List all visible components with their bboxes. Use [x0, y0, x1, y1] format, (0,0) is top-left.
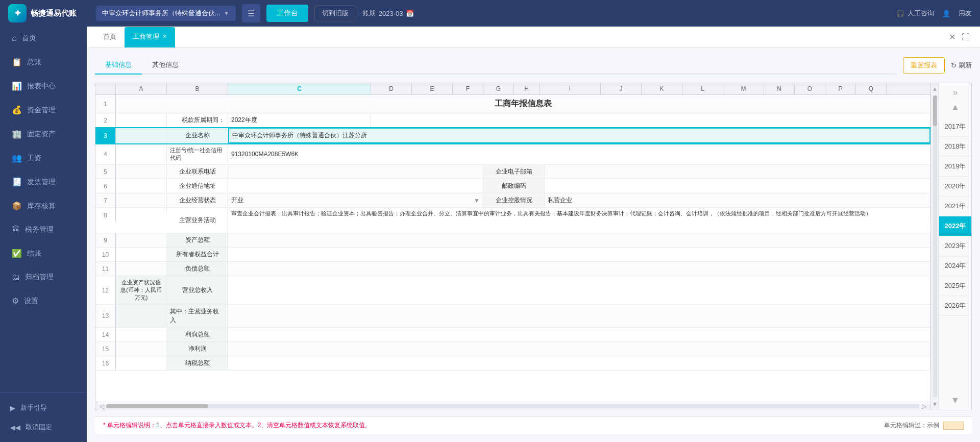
- cell-10-c[interactable]: [228, 248, 930, 261]
- sidebar-item-salary[interactable]: 👥 工资: [0, 146, 87, 170]
- company-name: 中审众环会计师事务所（特殊普通合伙...: [102, 9, 220, 18]
- closing-icon: ✅: [12, 249, 22, 258]
- col-headers: A B C D E F G H I J K L M N O: [95, 83, 930, 95]
- footer-sample-box: [943, 422, 964, 430]
- sidebar-item-tax[interactable]: 🏛 税务管理: [0, 218, 87, 241]
- service-label: 人工咨询: [908, 9, 934, 18]
- tab-biz[interactable]: 工商管理 ✕: [125, 27, 175, 47]
- cell-5-c[interactable]: [228, 165, 483, 179]
- cell-8-b: 主营业务活动: [167, 208, 228, 233]
- cell-4-b: 注册号/统一社会信用代码: [167, 144, 228, 164]
- sidebar-item-ledger[interactable]: 📋 总账: [0, 50, 87, 74]
- year-up-icon[interactable]: ▲: [949, 100, 962, 115]
- cell-12-c[interactable]: [228, 276, 930, 304]
- cell-7-k[interactable]: 私营企业: [545, 193, 930, 207]
- year-item-2020[interactable]: 2020年: [939, 177, 971, 197]
- company-selector[interactable]: 中审众环会计师事务所（特殊普通合伙... ▼: [96, 6, 236, 21]
- period-display: 账期 2023-03 📅: [362, 9, 414, 18]
- year-item-2019[interactable]: 2019年: [939, 157, 971, 177]
- sub-tab-basic[interactable]: 基础信息: [95, 56, 142, 75]
- sidebar-item-invoice[interactable]: 🧾 发票管理: [0, 170, 87, 194]
- year-item-2025[interactable]: 2025年: [939, 276, 971, 296]
- cell-6-c[interactable]: [228, 179, 483, 193]
- sidebar-item-settings[interactable]: ⚙ 设置: [0, 289, 87, 313]
- cell-3-c[interactable]: 中审众环会计师事务所（特殊普通合伙）江苏分所: [228, 128, 930, 143]
- cell-12-a: 企业资产状况信息(币种：人民币万元): [116, 276, 167, 304]
- status-value: 开业: [231, 196, 243, 205]
- cell-8-a: [116, 208, 167, 213]
- sidebar-item-home[interactable]: ⌂ 首页: [0, 27, 87, 50]
- scroll-left-icon[interactable]: ◁: [97, 403, 106, 410]
- report-icon: 📊: [12, 81, 22, 91]
- year-panel-arrows: » ▲: [949, 83, 962, 117]
- cell-2-c[interactable]: 2022年度: [228, 113, 371, 127]
- cell-7-a: [116, 193, 167, 207]
- new-guide-button[interactable]: ▶ 新手引导: [0, 398, 87, 418]
- cell-9-c[interactable]: [228, 233, 930, 247]
- cell-5-k[interactable]: [545, 165, 930, 179]
- year-item-2023[interactable]: 2023年: [939, 236, 971, 256]
- year-item-2024[interactable]: 2024年: [939, 256, 971, 276]
- home-icon: ⌂: [12, 34, 17, 43]
- sidebar-item-archive[interactable]: 🗂 归档管理: [0, 265, 87, 289]
- collapse-icon[interactable]: »: [950, 85, 960, 100]
- cell-16-c[interactable]: [228, 356, 930, 370]
- table-row: 4 注册号/统一社会信用代码 91320100MA208E5W6K: [95, 144, 930, 165]
- cell-11-c[interactable]: [228, 262, 930, 276]
- cell-10-b: 所有者权益合计: [167, 248, 228, 261]
- expand-icon[interactable]: ⛶: [960, 33, 972, 42]
- year-item-2022[interactable]: 2022年: [939, 216, 971, 236]
- sidebar-item-report[interactable]: 📊 报表中心: [0, 74, 87, 98]
- col-header-q: Q: [856, 83, 887, 94]
- service-button[interactable]: 🎧 人工咨询: [896, 9, 934, 18]
- sidebar-item-closing[interactable]: ✅ 结账: [0, 241, 87, 265]
- cell-4-c[interactable]: 91320100MA208E5W6K: [228, 144, 930, 164]
- scroll-right-icon[interactable]: ▷: [920, 403, 928, 410]
- col-header-i: I: [540, 83, 601, 94]
- sheet-body[interactable]: 1 工商年报信息表 2 税款所属期间： 2022年度: [95, 95, 930, 402]
- dropdown-arrow-icon[interactable]: ▼: [474, 197, 480, 204]
- year-item-2017[interactable]: 2017年: [939, 117, 971, 137]
- sidebar-item-label: 税务管理: [25, 225, 54, 234]
- calendar-icon[interactable]: 📅: [406, 10, 414, 17]
- vscroll-thumb[interactable]: [933, 95, 937, 126]
- cell-13-c[interactable]: [228, 305, 930, 327]
- close-icon[interactable]: ✕: [162, 33, 167, 40]
- year-item-2026[interactable]: 2026年: [939, 296, 971, 316]
- close-panel-icon[interactable]: ✕: [945, 32, 960, 42]
- cell-15-c[interactable]: [228, 342, 930, 356]
- sidebar-item-finance[interactable]: 💰 资金管理: [0, 98, 87, 122]
- company-icon-btn[interactable]: ☰: [242, 4, 260, 22]
- sub-tab-other[interactable]: 其他信息: [142, 56, 189, 75]
- old-version-button[interactable]: 切到旧版: [314, 5, 356, 21]
- top-right: 🎧 人工咨询 👤 用友: [896, 9, 972, 18]
- row-num-3: 3: [95, 128, 116, 143]
- spreadsheet-container: A B C D E F G H I J K L M N O: [95, 83, 972, 410]
- row-num-10: 10: [95, 248, 116, 261]
- cell-11-a: [116, 262, 167, 276]
- workbench-button[interactable]: 工作台: [266, 5, 308, 22]
- reset-button[interactable]: 重置报表: [903, 57, 945, 73]
- refresh-button[interactable]: ↻ 刷新: [951, 61, 972, 70]
- tab-home[interactable]: 首页: [95, 27, 125, 47]
- cell-5-j: 企业电子邮箱: [483, 165, 545, 179]
- vertical-scrollbar[interactable]: ▲ ▼: [930, 83, 939, 410]
- horizontal-scrollbar[interactable]: ◁ ▷: [95, 402, 930, 410]
- cell-8-c[interactable]: 审查企业会计报表；出具审计报告；验证企业资本；出具验资报告；办理企业合并、分立、…: [228, 208, 930, 219]
- cell-2-rest: [371, 113, 930, 127]
- cell-14-c[interactable]: [228, 328, 930, 341]
- unpin-button[interactable]: ◀◀ 取消固定: [0, 418, 87, 437]
- sidebar-item-assets[interactable]: 🏢 固定资产: [0, 122, 87, 146]
- sidebar-item-inventory[interactable]: 📦 库存核算: [0, 194, 87, 218]
- year-item-2021[interactable]: 2021年: [939, 197, 971, 216]
- cell-9-b: 资产总额: [167, 233, 228, 247]
- year-item-2018[interactable]: 2018年: [939, 137, 971, 157]
- tab-biz-label: 工商管理: [133, 32, 159, 41]
- assets-icon: 🏢: [12, 129, 22, 139]
- cell-7-c[interactable]: 开业 ▼: [228, 193, 483, 207]
- sidebar-item-label: 归档管理: [25, 273, 54, 282]
- col-header-l: L: [682, 83, 723, 94]
- hscroll-thumb[interactable]: [106, 404, 208, 408]
- cell-6-k[interactable]: [545, 179, 930, 193]
- year-down-icon[interactable]: ▼: [949, 393, 962, 408]
